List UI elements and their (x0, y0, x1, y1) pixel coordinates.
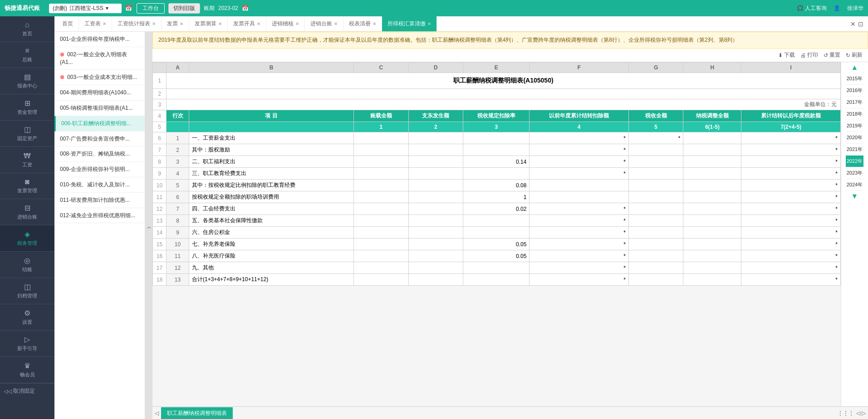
cell-col1-10[interactable] (354, 250, 409, 262)
cell-col2-11[interactable] (408, 262, 463, 274)
refresh-button[interactable]: ↻ 刷新 (846, 51, 863, 59)
cell-col3-3[interactable] (463, 168, 530, 180)
tab-income-tax-close[interactable]: ✕ (427, 21, 431, 26)
cell-col7-10[interactable]: * (741, 250, 841, 262)
cell-col4-12[interactable]: * (530, 274, 628, 286)
company-selector[interactable]: (勿刪) 江西赣宝-LSS ▾ (49, 4, 122, 13)
user-avatar[interactable]: 👤 (834, 5, 840, 11)
cell-col3-10[interactable]: 0.05 (463, 250, 530, 262)
cell-col2-1[interactable] (408, 144, 463, 156)
cell-col6-9[interactable] (683, 239, 741, 250)
cell-item-8[interactable]: 六、住房公积金 (189, 227, 354, 239)
sub-nav-012[interactable]: 012-减免企业所得税优惠明细... (54, 208, 145, 224)
cell-col4-9[interactable]: * (530, 239, 628, 250)
cell-col6-12[interactable] (683, 274, 741, 286)
cell-col1-1[interactable] (354, 144, 409, 156)
cell-col5-4[interactable] (628, 180, 683, 191)
cell-col5-7[interactable] (628, 215, 683, 227)
cell-col2-5[interactable] (408, 191, 463, 203)
cell-item-9[interactable]: 七、补充养老保险 (189, 239, 354, 250)
sidebar-item-new-guide[interactable]: ▷ 新手引导 (0, 331, 54, 357)
cell-col6-1[interactable] (683, 144, 741, 156)
tab-income-tax[interactable]: 所得税汇算清缴 ✕ (382, 16, 437, 31)
cell-col5-10[interactable] (628, 250, 683, 262)
cell-row-num-8[interactable]: 9 (167, 227, 189, 239)
tab-invoice-close[interactable]: ✕ (180, 21, 183, 26)
bottom-tab-salary[interactable]: 职工薪酬纳税调整明细表 (161, 407, 233, 419)
sub-nav-001[interactable]: 001-企业所得税年度纳税申... (54, 32, 145, 47)
cell-row-num-10[interactable]: 11 (167, 250, 189, 262)
tab-purchase-ledger-close[interactable]: ✕ (334, 21, 338, 26)
cell-row-num-12[interactable]: 13 (167, 274, 189, 286)
cell-row-num-2[interactable]: 3 (167, 156, 189, 168)
tab-payroll-close[interactable]: ✕ (103, 21, 106, 26)
tab-invoice-open-close[interactable]: ✕ (257, 21, 260, 26)
scroll-left-icon[interactable]: ◁ (856, 410, 860, 416)
cell-col1-6[interactable] (354, 203, 409, 215)
sidebar-item-payroll[interactable]: ₩ 工资 (0, 147, 54, 173)
cancel-fixed-button[interactable]: ◁◁ 取消固定 (0, 383, 54, 399)
cell-col1-12[interactable] (354, 274, 409, 286)
cell-col1-3[interactable] (354, 168, 409, 180)
cell-col4-8[interactable]: * (530, 227, 628, 239)
tab-expand-icon[interactable]: ⊡ (858, 20, 863, 28)
cell-item-3[interactable]: 三、职工教育经费支出 (189, 168, 354, 180)
cell-col5-2[interactable] (628, 156, 683, 168)
cell-col5-6[interactable] (628, 203, 683, 215)
cell-col6-11[interactable] (683, 262, 741, 274)
cell-col4-3[interactable]: * (530, 168, 628, 180)
cell-col4-10[interactable]: * (530, 250, 628, 262)
cell-item-7[interactable]: 五、各类基本社会保障性缴款 (189, 215, 354, 227)
cell-item-5[interactable]: 按税收规定全额扣除的职场培训费用 (189, 191, 354, 203)
cell-col7-12[interactable]: * (741, 274, 841, 286)
year-panel-item[interactable]: 2017年 (846, 97, 863, 108)
workspace-button[interactable]: 工作台 (137, 3, 165, 14)
tab-purchase-ledger[interactable]: 进销台账 ✕ (305, 16, 343, 31)
cell-col7-1[interactable]: * (741, 144, 841, 156)
cell-col7-3[interactable]: * (741, 168, 841, 180)
year-panel-down[interactable]: ▼ (850, 191, 860, 202)
sub-nav-004[interactable]: 004-期间费用明细表(A1040... (54, 85, 145, 101)
cell-col4-7[interactable]: * (530, 215, 628, 227)
cell-col7-9[interactable]: * (741, 239, 841, 250)
tab-purchase-verify[interactable]: 进销稽核 ✕ (266, 16, 305, 31)
sub-nav-011[interactable]: 011-研发费用加计扣除优惠... (54, 193, 145, 208)
cell-col2-4[interactable] (408, 180, 463, 191)
cell-col6-8[interactable] (683, 227, 741, 239)
tab-invoice-calc[interactable]: 发票测算 ✕ (189, 16, 228, 31)
sub-nav-002[interactable]: ⊗ 002-一般企业收入明细表(A1... (54, 47, 145, 70)
tab-payroll-stat[interactable]: 工资统计报表 ✕ (112, 16, 162, 31)
cell-col3-11[interactable] (463, 262, 530, 274)
cell-row-num-6[interactable]: 7 (167, 203, 189, 215)
year-panel-item[interactable]: 2021年 (846, 144, 863, 156)
cell-col3-1[interactable] (463, 144, 530, 156)
cell-col3-8[interactable] (463, 227, 530, 239)
cell-col2-2[interactable] (408, 156, 463, 168)
tab-close-all-icon[interactable]: ✕ (850, 20, 856, 28)
cell-item-0[interactable]: 一、工资薪金支出 (189, 132, 354, 144)
cell-row-num-9[interactable]: 10 (167, 239, 189, 250)
cell-col3-9[interactable]: 0.05 (463, 239, 530, 250)
reset-button[interactable]: ↺ 重置 (824, 51, 840, 59)
cell-col6-3[interactable] (683, 168, 741, 180)
cell-col5-12[interactable] (628, 274, 683, 286)
sub-nav-008[interactable]: 008-资产折旧、摊销及纳税... (54, 146, 145, 162)
cell-col6-0[interactable] (683, 132, 741, 144)
cell-item-11[interactable]: 九、其他 (189, 262, 354, 274)
old-version-button[interactable]: 切到旧版 (168, 3, 200, 14)
year-panel-item[interactable]: 2022年 (846, 156, 863, 167)
cell-col7-0[interactable]: * (741, 132, 841, 144)
cell-col6-4[interactable] (683, 180, 741, 191)
sidebar-item-asset-mgmt[interactable]: ⊞ 资金管理 (0, 94, 54, 121)
cell-col6-6[interactable] (683, 203, 741, 215)
sub-nav-007[interactable]: 007-广告费和业务宣传费申... (54, 132, 145, 147)
cell-row-num-1[interactable]: 2 (167, 144, 189, 156)
cell-col2-8[interactable] (408, 227, 463, 239)
bottom-scroll-right[interactable]: ◁ ▷ (856, 410, 866, 416)
sidebar-item-home[interactable]: ⌂ 首页 (0, 16, 54, 42)
bottom-tab-more[interactable]: ⋮⋮⋮ (838, 410, 854, 416)
tab-home[interactable]: 首页 (57, 16, 79, 31)
tab-purchase-verify-close[interactable]: ✕ (295, 21, 299, 26)
cell-col5-9[interactable] (628, 239, 683, 250)
download-button[interactable]: ⬇ 下载 (778, 51, 795, 59)
